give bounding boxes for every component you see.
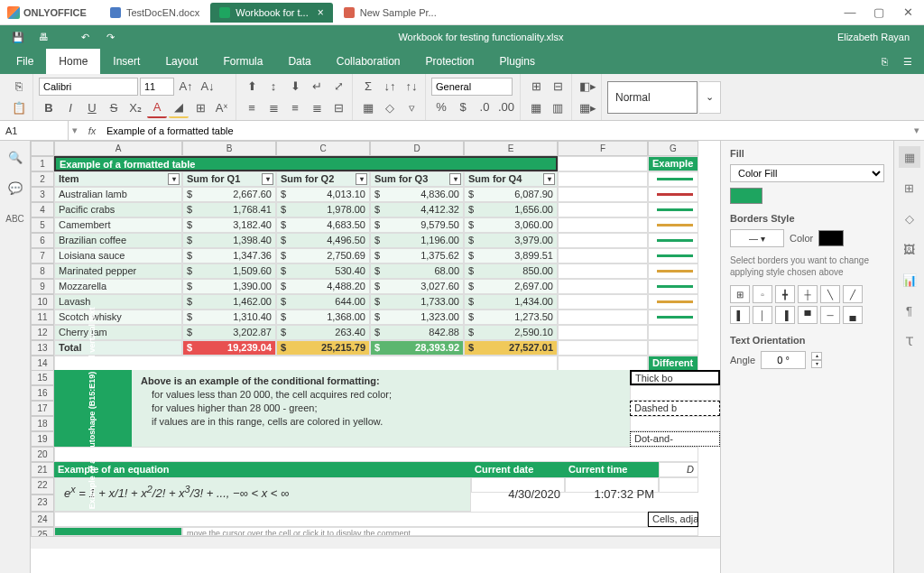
menu-collaboration[interactable]: Collaboration: [324, 49, 413, 74]
border-outer[interactable]: ⊞: [730, 285, 750, 303]
fill-color-swatch[interactable]: [730, 188, 762, 204]
row-8[interactable]: 8: [31, 263, 54, 279]
current-time[interactable]: 1:07:32 PM: [565, 477, 659, 493]
text-settings-icon[interactable]: ¶: [899, 300, 920, 321]
sort-desc-button[interactable]: ↑↓: [402, 77, 421, 97]
search-icon[interactable]: 🔍: [5, 146, 26, 168]
cell-reference[interactable]: A1: [0, 121, 69, 140]
border-diag-up[interactable]: ╱: [843, 285, 863, 303]
row-10[interactable]: 10: [31, 294, 54, 310]
table-row[interactable]: Scotch whisky: [54, 310, 182, 325]
th-q1[interactable]: Sum for Q1▾: [182, 171, 276, 187]
menu-data[interactable]: Data: [275, 49, 323, 74]
menu-plugins[interactable]: Plugins: [487, 49, 548, 74]
menu-protection[interactable]: Protection: [413, 49, 487, 74]
angle-input[interactable]: [761, 351, 806, 369]
col-E[interactable]: E: [464, 141, 558, 156]
font-color-button[interactable]: A: [147, 98, 167, 118]
align-right-button[interactable]: ≡: [285, 98, 305, 118]
font-size-select[interactable]: [140, 78, 174, 96]
clear-format-button[interactable]: Aˣ: [212, 98, 232, 118]
maximize-button[interactable]: ▢: [870, 4, 888, 22]
border-inner[interactable]: ┼: [798, 285, 818, 303]
increase-decimal-button[interactable]: .00: [496, 97, 516, 117]
comments-icon[interactable]: 💬: [5, 177, 26, 199]
subscript-button[interactable]: X₂: [125, 98, 145, 118]
col-G[interactable]: G: [648, 141, 698, 156]
border-diag-down[interactable]: ╲: [820, 285, 840, 303]
align-left-button[interactable]: ≡: [242, 98, 262, 118]
th-q3[interactable]: Sum for Q3▾: [370, 171, 464, 187]
save-button[interactable]: 💾: [7, 27, 29, 47]
orientation-button[interactable]: ⤢: [328, 77, 348, 97]
row-11[interactable]: 11: [31, 310, 54, 325]
border-color-swatch[interactable]: [818, 230, 844, 246]
row-1[interactable]: 1: [31, 156, 54, 171]
table-title[interactable]: Example of a formatted table: [54, 156, 558, 171]
equation-title[interactable]: Example of an equation: [54, 462, 377, 477]
autoshape-body[interactable]: Above is an example of the conditional f…: [132, 370, 630, 447]
col-A[interactable]: A: [54, 141, 182, 156]
col-B[interactable]: B: [182, 141, 276, 156]
border-none[interactable]: ▫: [753, 285, 772, 303]
paste-button[interactable]: 📋: [9, 98, 29, 118]
border-horiz[interactable]: ─: [820, 306, 840, 324]
border-vert[interactable]: │: [753, 306, 772, 324]
total-q3[interactable]: $28,393.92: [370, 340, 464, 356]
cell-style-dropdown[interactable]: ⌄: [699, 81, 721, 114]
table-row[interactable]: Camembert: [54, 217, 182, 233]
align-top-button[interactable]: ⬆: [242, 77, 262, 97]
select-all-corner[interactable]: [31, 141, 54, 156]
filter-icon[interactable]: ▾: [449, 173, 461, 185]
minimize-button[interactable]: —: [841, 4, 859, 22]
decrease-decimal-button[interactable]: .0: [475, 97, 494, 117]
cell-settings-icon[interactable]: ▦: [899, 146, 920, 168]
th-q2[interactable]: Sum for Q2▾: [276, 171, 370, 187]
cond-format-button[interactable]: ▥: [548, 98, 568, 118]
sort-button[interactable]: ↓↑: [380, 77, 400, 97]
table-row[interactable]: Loisiana sauce: [54, 248, 182, 263]
table-row[interactable]: Australian lamb: [54, 187, 182, 202]
total-q4[interactable]: $27,527.01: [464, 340, 558, 356]
doc-tab-2[interactable]: New Sample Pr...: [335, 3, 446, 23]
doc-tab-0[interactable]: TestDocEN.docx: [101, 3, 208, 23]
table-settings-icon[interactable]: ⊞: [899, 177, 920, 199]
row-6[interactable]: 6: [31, 233, 54, 248]
border-left[interactable]: ▌: [730, 306, 750, 324]
italic-button[interactable]: I: [60, 98, 80, 118]
side-dashed[interactable]: Dashed b: [630, 401, 720, 416]
fill-type-select[interactable]: Color Fill: [730, 164, 884, 182]
col-D[interactable]: D: [370, 141, 464, 156]
side-cells[interactable]: Cells, adja: [648, 512, 698, 527]
wrap-text-button[interactable]: ↵: [307, 77, 327, 97]
side-different[interactable]: Different: [648, 356, 698, 371]
sum-button[interactable]: Σ: [358, 77, 378, 97]
side-thick[interactable]: Thick bo: [630, 370, 720, 385]
col-F[interactable]: F: [558, 141, 648, 156]
table-row[interactable]: Cherry jam: [54, 325, 182, 340]
redo-button[interactable]: ↷: [99, 27, 121, 47]
border-right[interactable]: ▐: [775, 306, 795, 324]
clear-button[interactable]: ◇: [380, 98, 400, 118]
row-2[interactable]: 2: [31, 171, 54, 187]
strikethrough-button[interactable]: S: [104, 98, 124, 118]
spreadsheet-area[interactable]: A B C D E F G 1 Example of a formatted t…: [31, 141, 720, 573]
menu-file[interactable]: File: [4, 49, 46, 74]
borders-button[interactable]: ⊞: [190, 98, 210, 118]
percent-button[interactable]: %: [431, 97, 451, 117]
named-range-button[interactable]: ▦: [358, 98, 378, 118]
border-line-style[interactable]: — ▾: [730, 229, 784, 247]
format-table-button[interactable]: ▦: [526, 98, 546, 118]
table-row[interactable]: Marinated pepper: [54, 263, 182, 279]
fill-color-button[interactable]: ◢: [169, 98, 189, 118]
angle-down[interactable]: ▾: [811, 360, 822, 368]
menu-home[interactable]: Home: [46, 49, 100, 74]
filter-button[interactable]: ▿: [402, 98, 421, 118]
row-4[interactable]: 4: [31, 202, 54, 217]
underline-button[interactable]: U: [82, 98, 102, 118]
print-button[interactable]: 🖶: [32, 27, 54, 47]
th-q4[interactable]: Sum for Q4▾: [464, 171, 558, 187]
spellcheck-icon[interactable]: ABC: [5, 208, 26, 229]
filter-icon[interactable]: ▾: [168, 173, 180, 185]
doc-tab-1[interactable]: Workbook for t...×: [210, 3, 333, 23]
